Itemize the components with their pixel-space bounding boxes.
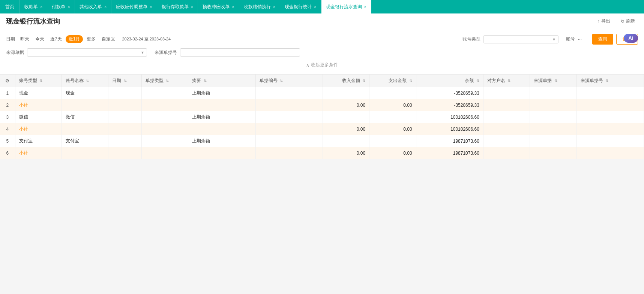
date-opt-custom[interactable]: 自定义	[99, 35, 117, 43]
cell-account-type: 小计	[15, 147, 62, 159]
col-gear[interactable]: ⚙	[0, 75, 15, 87]
source-doc-no-label: 来源单据号	[155, 49, 177, 56]
cell-source-doc-no	[576, 135, 644, 147]
col-source-doc[interactable]: 来源单据 ⇅	[530, 75, 576, 87]
filter-row-1: 日期 昨天 今天 近7天 近1月 更多 自定义 2023-02-24 至 202…	[6, 34, 638, 45]
filter-area: 日期 昨天 今天 近7天 近1月 更多 自定义 2023-02-24 至 202…	[0, 29, 644, 75]
cell-doc-type	[141, 87, 188, 99]
row-number: 1	[0, 87, 15, 99]
col-expense[interactable]: 支出金额 ⇅	[369, 75, 416, 87]
cell-expense	[369, 87, 416, 99]
cell-account-name: 微信	[62, 111, 108, 123]
source-doc-no-filter: 来源单据号	[155, 48, 300, 57]
cell-source-doc	[530, 111, 576, 123]
dropdown-arrow-source-doc: ▾	[141, 50, 144, 55]
close-tab-7[interactable]: ×	[314, 4, 316, 9]
sort-icon-source-doc-no: ⇅	[605, 79, 608, 83]
cell-source-doc	[530, 135, 576, 147]
cell-balance: -3528659.33	[416, 87, 483, 99]
col-source-doc-no[interactable]: 来源单据号 ⇅	[576, 75, 644, 87]
col-summary[interactable]: 摘要 ⇅	[188, 75, 255, 87]
cell-income	[323, 87, 369, 99]
cell-counterpart	[483, 135, 530, 147]
cell-income: 0.00	[323, 147, 369, 159]
cell-balance: 19871073.60	[416, 147, 483, 159]
table-row: 1现金现金上期余额-3528659.33	[0, 87, 644, 99]
nav-tab-5[interactable]: 预收冲应收单 ×	[198, 0, 239, 13]
nav-home[interactable]: 首页	[0, 0, 20, 13]
col-balance[interactable]: 余额 ⇅	[416, 75, 483, 87]
col-date[interactable]: 日期 ⇅	[108, 75, 142, 87]
close-tab-0[interactable]: ×	[40, 4, 42, 9]
table-row: 5支付宝支付宝上期余额19871073.60	[0, 135, 644, 147]
export-button[interactable]: ↑ 导出	[594, 16, 613, 26]
cell-summary	[188, 123, 255, 135]
date-opt-more[interactable]: 更多	[84, 35, 98, 43]
table-row: 4小计0.000.00100102606.60	[0, 123, 644, 135]
cell-income	[323, 135, 369, 147]
cell-doc-type	[141, 147, 188, 159]
ai-badge[interactable]: Ai	[624, 34, 638, 43]
account-more-btn[interactable]: ···	[578, 37, 582, 42]
date-opt-yesterday[interactable]: 昨天	[18, 35, 32, 43]
date-range-display: 2023-02-24 至 2023-03-24	[122, 36, 171, 42]
date-opt-1month[interactable]: 近1月	[66, 35, 83, 43]
cell-source-doc	[530, 123, 576, 135]
close-tab-2[interactable]: ×	[104, 4, 107, 9]
cell-summary: 上期余额	[188, 111, 255, 123]
row-number: 2	[0, 99, 15, 111]
nav-tab-2[interactable]: 其他收入单 ×	[75, 0, 111, 13]
nav-tab-0[interactable]: 收款单 ×	[20, 0, 47, 13]
row-number: 6	[0, 147, 15, 159]
top-nav: 首页 收款单 × 付款单 × 其他收入单 × 应收应付调整单 × 银行存取款单 …	[0, 0, 644, 13]
cell-account-name: 支付宝	[62, 135, 108, 147]
cell-balance: 100102606.60	[416, 123, 483, 135]
collapse-bar[interactable]: ∧ 收起更多条件	[6, 60, 638, 70]
source-doc-no-input[interactable]	[180, 48, 300, 57]
cell-account-type: 微信	[15, 111, 62, 123]
cell-account-type: 小计	[15, 123, 62, 135]
col-counterpart[interactable]: 对方户名 ⇅	[483, 75, 530, 87]
sort-icon-counterpart: ⇅	[507, 79, 510, 83]
close-tab-6[interactable]: ×	[273, 4, 275, 9]
date-filter: 日期 昨天 今天 近7天 近1月 更多 自定义 2023-02-24 至 202…	[6, 35, 171, 43]
close-tab-1[interactable]: ×	[68, 4, 70, 9]
query-button[interactable]: 查询	[592, 34, 613, 45]
nav-tab-1[interactable]: 付款单 ×	[47, 0, 75, 13]
row-number: 4	[0, 123, 15, 135]
nav-tab-8[interactable]: 现金银行流水查询 ×	[321, 0, 371, 13]
nav-tab-7[interactable]: 现金银行统计 ×	[280, 0, 321, 13]
date-opt-7days[interactable]: 近7天	[48, 35, 64, 43]
close-tab-4[interactable]: ×	[191, 4, 193, 9]
nav-tab-3[interactable]: 应收应付调整单 ×	[111, 0, 157, 13]
cell-doc-type	[141, 99, 188, 111]
close-tab-5[interactable]: ×	[232, 4, 234, 9]
close-tab-3[interactable]: ×	[150, 4, 152, 9]
refresh-icon: ↻	[621, 19, 624, 24]
col-doc-type[interactable]: 单据类型 ⇅	[141, 75, 188, 87]
date-opt-today[interactable]: 今天	[33, 35, 47, 43]
close-tab-8[interactable]: ×	[364, 4, 366, 9]
col-doc-no[interactable]: 单据编号 ⇅	[255, 75, 323, 87]
account-type-select[interactable]: ▾	[483, 35, 558, 43]
cell-source-doc-no	[576, 99, 644, 111]
cell-source-doc	[530, 99, 576, 111]
cell-expense: 0.00	[369, 99, 416, 111]
table-row: 3微信微信上期余额100102606.60	[0, 111, 644, 123]
collapse-icon: ∧	[306, 63, 309, 68]
sort-icon-summary: ⇅	[204, 79, 207, 83]
gear-icon[interactable]: ⚙	[5, 78, 9, 84]
account-filter: 账号 ···	[566, 36, 582, 42]
nav-tab-4[interactable]: 银行存取款单 ×	[157, 0, 198, 13]
col-account-name[interactable]: 账号名称 ⇅	[62, 75, 108, 87]
col-income[interactable]: 收入金额 ⇅	[323, 75, 369, 87]
sort-icon-doc-no: ⇅	[280, 79, 283, 83]
cell-doc-no	[255, 147, 323, 159]
col-account-type[interactable]: 账号类型 ⇅	[15, 75, 62, 87]
refresh-button[interactable]: ↻ 刷新	[618, 16, 638, 26]
source-doc-select[interactable]: ▾	[27, 48, 147, 57]
sort-icon-balance: ⇅	[476, 79, 479, 83]
source-doc-label: 来源单据	[6, 49, 24, 56]
cell-doc-no	[255, 87, 323, 99]
nav-tab-6[interactable]: 收款核销执行 ×	[239, 0, 280, 13]
